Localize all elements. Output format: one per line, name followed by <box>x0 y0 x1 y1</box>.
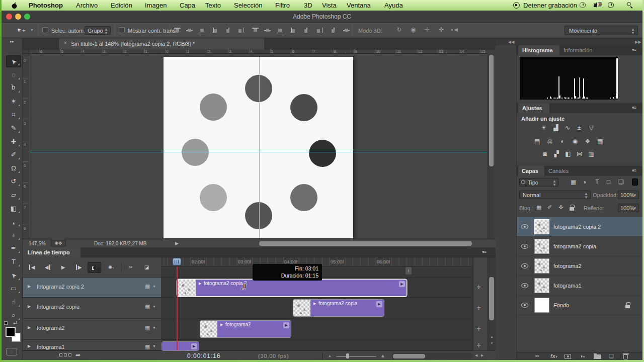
add-media-button[interactable]: + <box>476 303 481 312</box>
layer-thumbnail[interactable] <box>534 239 549 254</box>
black-white-icon[interactable]: ◐ <box>557 137 568 146</box>
layer-style-icon[interactable]: fx▾ <box>550 353 557 359</box>
document-viewport[interactable] <box>29 54 488 239</box>
levels-icon[interactable]: ▟ <box>551 124 561 132</box>
timeline-panel-menu-icon[interactable]: ▾≡ <box>482 249 486 254</box>
adjustments-panel-menu-icon[interactable]: ▾≡ <box>632 105 636 110</box>
backup-clock-icon[interactable] <box>580 2 586 8</box>
filter-toggle-switch[interactable] <box>632 178 638 186</box>
layer-name[interactable]: Fondo <box>553 302 569 308</box>
align-vertical-centers-icon[interactable] <box>186 27 193 33</box>
convert-to-frame-animation-icon[interactable] <box>64 353 67 356</box>
play-button[interactable]: ▶ <box>56 262 70 273</box>
timeline-zoom-slider-thumb[interactable] <box>346 353 349 358</box>
layer-thumbnail[interactable] <box>534 258 549 274</box>
distribute-bottom-edges-icon[interactable] <box>276 27 284 33</box>
delete-layer-icon[interactable] <box>623 354 628 359</box>
align-left-edges-icon[interactable] <box>212 27 220 33</box>
go-to-first-frame-button[interactable]: ◀ <box>25 262 39 273</box>
menu-filtro[interactable]: Filtro <box>275 2 290 9</box>
new-adjustment-layer-icon[interactable]: ◑▾ <box>580 353 585 359</box>
quick-mask-button[interactable]: ◌ <box>6 348 17 355</box>
tab-ajustes-label[interactable]: Ajustes <box>522 105 542 111</box>
menu-vista[interactable]: Vista <box>322 2 337 9</box>
fill-field[interactable]: 100%▼ <box>618 204 639 212</box>
distribute-heights-icon[interactable] <box>343 27 350 33</box>
align-top-edges-icon[interactable] <box>174 27 181 33</box>
smart-filter-icon[interactable]: ❏ <box>618 178 624 186</box>
timeline-clip[interactable]: ▶fotograma2 copia 2▶ <box>177 280 407 296</box>
timeline-zoom-slider[interactable] <box>336 356 376 357</box>
menu-capa[interactable]: Capa <box>180 2 195 9</box>
menu-3d[interactable]: 3D <box>304 2 312 9</box>
disclosure-triangle-icon[interactable]: ▶ <box>28 304 31 309</box>
layer-name[interactable]: fotograma2 <box>553 263 582 269</box>
magic-wand-tool[interactable]: ✶ <box>6 96 21 108</box>
layer-visibility-eye[interactable] <box>521 303 528 308</box>
layer-thumbnail[interactable] <box>534 298 549 313</box>
auto-select-dropdown[interactable]: Grupo▲▼ <box>85 26 111 35</box>
dodge-tool[interactable]: ♀ <box>6 229 21 241</box>
selective-color-icon[interactable]: ▥ <box>586 150 596 158</box>
track-options-chevron-icon[interactable]: ▼ <box>152 344 156 348</box>
mute-audio-button[interactable] <box>88 262 101 273</box>
next-frame-button[interactable]: ▶ <box>72 262 86 273</box>
blur-tool[interactable]: ❜ <box>6 216 21 228</box>
new-layer-icon[interactable]: ❏ <box>609 353 614 359</box>
distribute-left-edges-icon[interactable] <box>290 27 298 33</box>
lock-pixels-icon[interactable]: ✐ <box>547 204 552 211</box>
timeline-clip[interactable]: ▶ <box>162 342 199 350</box>
align-right-edges-icon[interactable] <box>237 27 245 33</box>
eraser-tool[interactable]: ▱ <box>6 189 21 201</box>
timeline-settings-icon[interactable]: ✺▾ <box>104 262 118 273</box>
gradient-tool[interactable]: ◧ <box>6 203 21 215</box>
color-balance-icon[interactable]: ⚖ <box>545 137 555 146</box>
opacity-field[interactable]: 100%▼ <box>618 191 639 199</box>
curves-icon[interactable]: ∿ <box>562 124 573 132</box>
swap-colors-icon[interactable]: ⇄ <box>13 320 17 325</box>
add-media-button[interactable]: + <box>476 324 481 333</box>
menu-imagen[interactable]: Imagen <box>145 2 167 9</box>
zoom-out-timeline-icon[interactable]: ▲ <box>328 354 332 357</box>
layer-visibility-eye[interactable] <box>521 224 528 229</box>
scroll-right-icon[interactable]: ▶ <box>481 353 484 357</box>
photo-filter-icon[interactable]: ◉ <box>570 137 580 146</box>
posterize-icon[interactable]: ▞ <box>551 150 561 158</box>
foreground-color-swatch[interactable] <box>6 327 16 337</box>
align-bottom-edges-icon[interactable] <box>198 27 206 33</box>
channel-mixer-icon[interactable]: ❖ <box>583 137 593 146</box>
zoom-level-field[interactable]: 147,5% <box>29 241 46 246</box>
disclosure-triangle-icon[interactable]: ▶ <box>28 325 31 330</box>
layer-thumbnail[interactable] <box>534 219 549 234</box>
transition-icon[interactable]: ◪ <box>140 262 153 273</box>
layer-visibility-eye[interactable] <box>521 244 528 249</box>
tab-capas-label[interactable]: Capas <box>522 168 538 174</box>
3d-slide-icon[interactable]: ✜ <box>439 26 444 33</box>
convert-to-frame-animation-icon[interactable] <box>68 353 71 356</box>
3d-drag-icon[interactable]: ✛ <box>425 26 430 33</box>
hue-saturation-icon[interactable]: ▤ <box>532 137 542 146</box>
pixel-filter-icon[interactable]: ▦ <box>571 178 576 186</box>
distribute-horizontal-centers-icon[interactable] <box>303 27 310 33</box>
layer-name[interactable]: fotograma2 copia <box>553 243 596 249</box>
healing-brush-tool[interactable]: ✚ <box>6 136 21 148</box>
layer-row[interactable]: fotograma1 <box>517 276 644 296</box>
clock-icon[interactable] <box>608 2 614 8</box>
previous-frame-button[interactable]: ◀ <box>41 262 54 273</box>
3d-roll-icon[interactable]: ◉ <box>411 26 416 33</box>
track-options-chevron-icon[interactable]: ▼ <box>152 326 156 329</box>
hand-tool[interactable]: ☝ <box>6 296 21 308</box>
shape-tool[interactable]: ▭ <box>6 283 21 295</box>
path-selection-tool[interactable]: ➤ <box>6 269 21 282</box>
track-header-3[interactable]: ▶fotograma2▦▼ <box>23 319 161 340</box>
apple-icon[interactable] <box>11 2 18 9</box>
playhead[interactable] <box>173 258 181 265</box>
crop-tool[interactable]: ⌗ <box>6 109 21 121</box>
stop-recording-icon[interactable] <box>513 2 520 9</box>
show-transform-checkbox[interactable] <box>119 27 125 33</box>
layer-visibility-eye[interactable] <box>521 283 528 288</box>
disclosure-triangle-icon[interactable]: ▶ <box>28 344 31 348</box>
document-size-info[interactable]: Doc: 192,0 KB/2,27 MB <box>94 241 147 246</box>
history-brush-tool[interactable]: ↺ <box>6 175 21 188</box>
histogram-panel-menu-icon[interactable]: ▾≡ <box>632 47 636 52</box>
